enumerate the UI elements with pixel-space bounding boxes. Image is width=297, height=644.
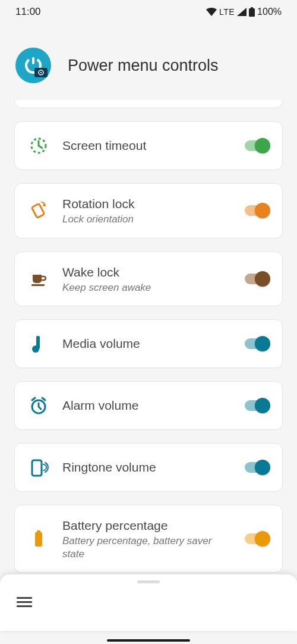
svg-point-11 [32,345,39,353]
previous-card-edge [14,100,283,108]
item-ringtone-volume[interactable]: Ringtone volume [14,443,283,492]
status-right: LTE 100% [206,7,282,17]
svg-point-5 [40,72,42,73]
svg-rect-14 [35,532,42,546]
alarm-volume-icon [27,394,50,417]
sheet-handle[interactable] [137,580,160,583]
item-title: Screen timeout [62,137,231,153]
svg-rect-9 [31,284,45,286]
item-battery-percentage[interactable]: Battery percentage Battery percentage, b… [14,505,283,573]
screen-timeout-icon [27,134,50,158]
status-time: 11:00 [15,6,41,18]
svg-rect-13 [32,460,42,476]
item-screen-timeout[interactable]: Screen timeout [14,121,283,170]
svg-rect-15 [37,530,40,533]
nav-indicator[interactable] [107,639,190,642]
gear-icon [38,70,44,76]
wifi-icon [206,8,217,16]
status-bar: 11:00 LTE 100% [0,0,297,24]
toggle-screen-timeout[interactable] [243,139,270,153]
item-media-volume[interactable]: Media volume [14,319,283,368]
content-list: Screen timeout Rotation lock Lock orient… [0,100,297,644]
wake-lock-icon [27,267,50,291]
item-subtitle: Keep screen awake [62,281,231,294]
item-title: Media volume [62,335,231,351]
rotation-lock-icon [27,199,50,222]
toggle-battery-percentage[interactable] [243,532,270,546]
item-subtitle: Lock orientation [62,213,231,225]
svg-rect-0 [249,8,255,17]
item-title: Ringtone volume [62,459,231,475]
toggle-ringtone-volume[interactable] [243,460,270,475]
svg-rect-7 [31,204,45,218]
item-rotation-lock[interactable]: Rotation lock Lock orientation [14,183,283,238]
network-label: LTE [219,7,235,17]
menu-icon[interactable] [17,594,32,610]
power-menu-icon [15,48,51,83]
page-title: Power menu controls [68,56,219,75]
item-wake-lock[interactable]: Wake lock Keep screen awake [14,252,283,307]
item-alarm-volume[interactable]: Alarm volume [14,381,283,430]
svg-rect-3 [32,57,34,64]
toggle-media-volume[interactable] [243,337,270,351]
battery-icon [249,7,255,17]
item-title: Battery percentage [62,517,231,533]
item-title: Rotation lock [62,196,231,212]
ringtone-volume-icon [27,455,50,479]
page-header: Power menu controls [0,24,297,100]
svg-rect-1 [251,7,253,9]
signal-icon [237,8,247,16]
bottom-sheet[interactable] [0,574,297,631]
item-subtitle: Battery percentage, battery saver state [62,535,231,560]
media-volume-icon [27,332,50,356]
toggle-rotation-lock[interactable] [243,203,270,218]
item-title: Alarm volume [62,397,231,413]
toggle-wake-lock[interactable] [243,272,270,286]
battery-label: 100% [257,7,282,17]
toggle-alarm-volume[interactable] [243,398,270,413]
svg-point-8 [43,204,45,206]
battery-percentage-icon [27,527,50,551]
item-title: Wake lock [62,264,231,280]
